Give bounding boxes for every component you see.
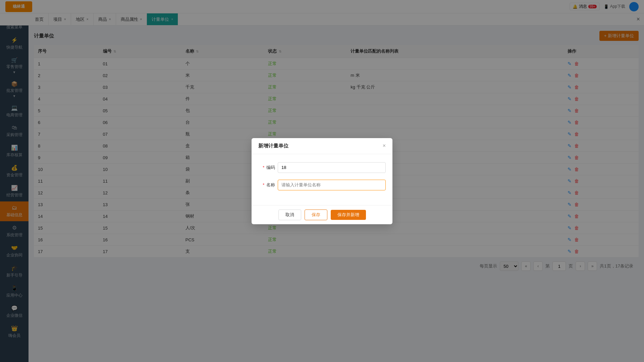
modal-footer: 取消 保存 保存并新增 [252, 205, 392, 224]
add-unit-modal: 新增计量单位 × * 编码 * 名称 取消 保存 保存并新增 [252, 138, 392, 224]
code-label: * 编码 [258, 165, 275, 171]
save-button[interactable]: 保存 [305, 209, 327, 220]
cancel-button[interactable]: 取消 [278, 209, 301, 220]
modal-header: 新增计量单位 × [252, 138, 392, 154]
save-and-new-button[interactable]: 保存并新增 [331, 210, 366, 220]
modal-title: 新增计量单位 [258, 143, 288, 149]
name-form-row: * 名称 [258, 180, 386, 190]
name-label: * 名称 [258, 182, 275, 188]
name-input[interactable] [278, 180, 386, 190]
code-input[interactable] [278, 162, 386, 173]
code-form-row: * 编码 [258, 162, 386, 173]
modal-overlay: 新增计量单位 × * 编码 * 名称 取消 保存 保存并新增 [0, 0, 644, 362]
modal-body: * 编码 * 名称 [252, 154, 392, 205]
modal-close-button[interactable]: × [383, 143, 386, 149]
